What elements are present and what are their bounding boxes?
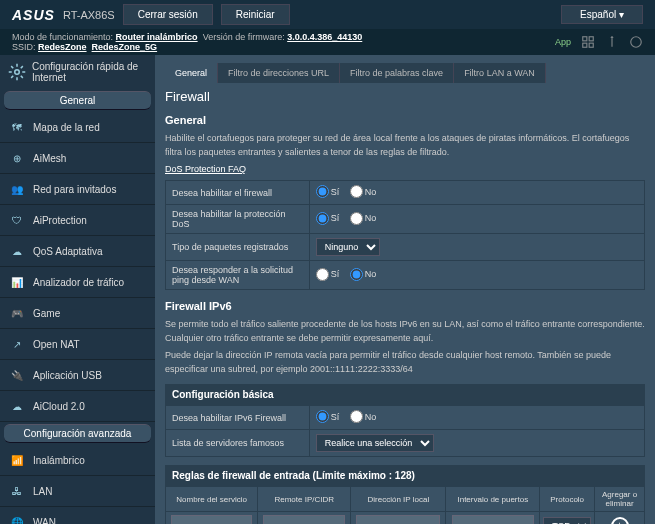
gear-icon <box>8 63 26 81</box>
sidebar-item[interactable]: 🔌Aplicación USB <box>0 360 155 391</box>
ping-no[interactable]: No <box>350 268 377 281</box>
tab-row: GeneralFiltro de direcciones URLFiltro d… <box>165 63 645 83</box>
op-mode-link[interactable]: Router inalámbrico <box>116 32 198 42</box>
sidebar-item[interactable]: 🗺Mapa de la red <box>0 112 155 143</box>
sidebar-item[interactable]: ⊕AiMesh <box>0 143 155 174</box>
svg-rect-3 <box>589 43 593 47</box>
quick-setup-link[interactable]: Configuración rápida de Internet <box>0 55 155 89</box>
section-ipv6: Firewall IPv6 <box>165 300 645 312</box>
model-label: RT-AX86S <box>63 9 115 21</box>
general-desc: Habilite el cortafuegos para proteger su… <box>165 132 645 159</box>
rule-local-input[interactable] <box>356 515 440 524</box>
svg-rect-1 <box>589 37 593 41</box>
tab[interactable]: Filtro LAN a WAN <box>454 63 546 83</box>
rules-table: Nombre del servicioRemote IP/CIDRDirecci… <box>165 486 645 524</box>
sidebar-icon: ↗ <box>8 335 26 353</box>
sidebar: Configuración rápida de Internet General… <box>0 55 155 524</box>
info-bar: Modo de funcionamiento: Router inalámbri… <box>0 29 655 55</box>
ping-yes[interactable]: Sí <box>316 268 340 281</box>
brand-logo: ASUS <box>12 7 55 23</box>
ssid-1: RedesZone <box>38 42 87 52</box>
col-header: Agregar o eliminar <box>595 487 645 512</box>
sidebar-item[interactable]: 🌐WAN <box>0 507 155 524</box>
rule-proto-select[interactable]: TCP <box>543 517 591 525</box>
section-general: General <box>165 114 645 126</box>
sidebar-header-advanced: Configuración avanzada <box>4 424 151 443</box>
packet-type-select[interactable]: Ninguno <box>316 238 380 256</box>
ipv6fw-yes[interactable]: Sí <box>316 410 340 423</box>
sidebar-item[interactable]: 🖧LAN <box>0 476 155 507</box>
tab[interactable]: Filtro de palabras clave <box>340 63 454 83</box>
sidebar-item[interactable]: 📶Inalámbrico <box>0 445 155 476</box>
sidebar-item[interactable]: 🛡AiProtection <box>0 205 155 236</box>
sidebar-icon: 🎮 <box>8 304 26 322</box>
famous-servers-select[interactable]: Realice una selección <box>316 434 434 452</box>
language-select[interactable]: Español ▾ <box>561 5 643 24</box>
sidebar-icon: 🛡 <box>8 211 26 229</box>
sidebar-icon: ☁ <box>8 242 26 260</box>
rule-remote-input[interactable] <box>263 515 345 524</box>
dos-no[interactable]: No <box>350 212 377 225</box>
firewall-yes[interactable]: Sí <box>316 185 340 198</box>
ipv6fw-no[interactable]: No <box>350 410 377 423</box>
sidebar-icon: 🖧 <box>8 482 26 500</box>
sidebar-item[interactable]: ☁QoS Adaptativa <box>0 236 155 267</box>
app-badge[interactable]: App <box>555 37 571 47</box>
status-icon[interactable] <box>629 35 643 49</box>
widget-icon[interactable] <box>581 35 595 49</box>
usb-icon[interactable] <box>605 35 619 49</box>
firewall-no[interactable]: No <box>350 185 377 198</box>
sidebar-icon: 🔌 <box>8 366 26 384</box>
sidebar-icon: 📊 <box>8 273 26 291</box>
logout-button[interactable]: Cerrar sesión <box>123 4 213 25</box>
svg-point-4 <box>611 36 613 38</box>
sidebar-icon: ⊕ <box>8 149 26 167</box>
sidebar-icon: 🗺 <box>8 118 26 136</box>
reboot-button[interactable]: Reiniciar <box>221 4 290 25</box>
firmware-link[interactable]: 3.0.0.4.386_44130 <box>287 32 362 42</box>
sidebar-icon: 🌐 <box>8 513 26 524</box>
col-header: Remote IP/CIDR <box>258 487 351 512</box>
main-content: GeneralFiltro de direcciones URLFiltro d… <box>155 55 655 524</box>
col-header: Dirección IP local <box>351 487 446 512</box>
col-header: Protocolo <box>540 487 595 512</box>
sidebar-item[interactable]: 📊Analizador de tráfico <box>0 267 155 298</box>
sidebar-item[interactable]: 👥Red para invitados <box>0 174 155 205</box>
add-rule-button[interactable]: + <box>611 517 629 525</box>
sidebar-item[interactable]: 🎮Game <box>0 298 155 329</box>
page-title: Firewall <box>165 89 645 104</box>
general-settings-table: Desea habilitar el firewall Sí No Desea … <box>165 180 645 290</box>
dos-faq-link[interactable]: DoS Protection FAQ <box>165 164 246 174</box>
sidebar-item[interactable]: ↗Open NAT <box>0 329 155 360</box>
svg-rect-2 <box>583 43 587 47</box>
svg-point-6 <box>15 70 20 75</box>
sidebar-item[interactable]: ☁AiCloud 2.0 <box>0 391 155 422</box>
sidebar-header-general: General <box>4 91 151 110</box>
rule-service-input[interactable] <box>171 515 252 524</box>
svg-point-5 <box>631 37 642 48</box>
sidebar-icon: ☁ <box>8 397 26 415</box>
sidebar-icon: 📶 <box>8 451 26 469</box>
sidebar-icon: 👥 <box>8 180 26 198</box>
col-header: Nombre del servicio <box>166 487 258 512</box>
dos-yes[interactable]: Sí <box>316 212 340 225</box>
tab[interactable]: Filtro de direcciones URL <box>218 63 340 83</box>
basic-config-header: Configuración básica <box>165 384 645 405</box>
svg-rect-0 <box>583 37 587 41</box>
rules-header: Reglas de firewall de entrada (Límite má… <box>165 465 645 486</box>
ssid-2: RedesZone_5G <box>92 42 158 52</box>
top-bar: ASUS RT-AX86S Cerrar sesión Reiniciar Es… <box>0 0 655 29</box>
rule-port-input[interactable] <box>452 515 534 524</box>
tab[interactable]: General <box>165 63 218 83</box>
col-header: Intervalo de puertos <box>446 487 540 512</box>
